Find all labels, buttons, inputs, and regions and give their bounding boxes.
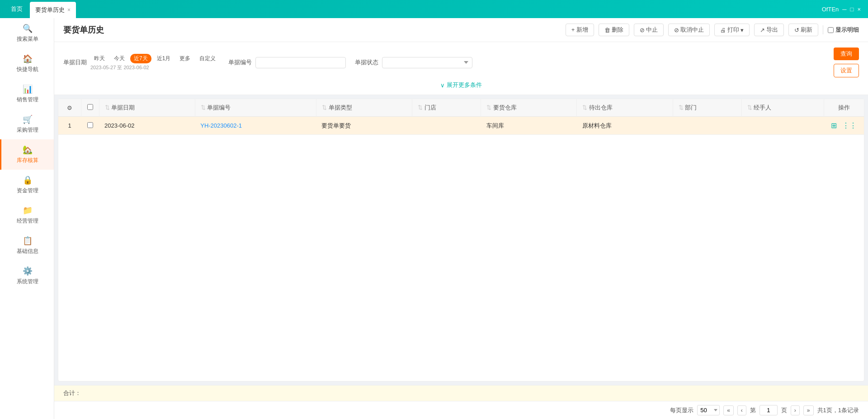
window-max-btn[interactable]: □ (850, 6, 854, 13)
pill-custom[interactable]: 自定义 (196, 54, 219, 63)
display-detail-label: 显示明细 (835, 26, 859, 34)
search-icon: 🔍 (23, 24, 33, 33)
expand-more-label: 展开更多条件 (447, 81, 482, 89)
sidebar-item-operation[interactable]: 📁 经营管理 (0, 200, 54, 230)
col-checkbox[interactable] (81, 99, 99, 117)
doc-number-label: 单据编号 (228, 58, 252, 67)
sidebar-label-basic-info: 基础信息 (17, 248, 38, 255)
pagination: 每页显示 50 10 20 100 « ‹ 第 页 › » 共1页，1条记录 (54, 401, 868, 419)
date-pills-container: 昨天 今天 近7天 近1月 更多 自定义 2023-05-27 至 2023-0… (90, 54, 219, 71)
row-select-checkbox[interactable] (87, 122, 93, 128)
delete-icon: 🗑 (604, 27, 610, 33)
prev-page-btn[interactable]: ‹ (737, 405, 746, 415)
cancel-stop-button[interactable]: ⊘ 取消中止 (668, 24, 710, 36)
top-bar: 首页 要货单历史 × OfTEn ─ □ × (0, 0, 868, 18)
query-button[interactable]: 查询 (834, 48, 859, 60)
display-detail-checkbox[interactable] (828, 27, 834, 33)
col-ops: 操作 (824, 99, 864, 117)
pill-today[interactable]: 今天 (110, 54, 128, 63)
data-table: ⚙ ⇅ 单据日期 ⇅ 单据编号 ⇅ 单据类型 (58, 99, 864, 135)
expand-more-btn[interactable]: ∨ 展开更多条件 (63, 81, 859, 89)
sidebar-item-inventory[interactable]: 🏡 库存核算 (0, 139, 54, 170)
tab-close-icon[interactable]: × (67, 7, 71, 13)
row-doc-no[interactable]: YH-20230602-1 (195, 117, 316, 135)
row-req-warehouse: 车间库 (481, 117, 577, 135)
row-store (412, 117, 481, 135)
summary-bar: 合计： (54, 385, 868, 401)
refresh-button[interactable]: ↺ 刷新 (788, 24, 818, 36)
sidebar-label-search: 搜索菜单 (17, 35, 38, 43)
sort-icon-4: ⇅ (418, 104, 423, 111)
doc-no-link[interactable]: YH-20230602-1 (200, 122, 242, 129)
window-min-btn[interactable]: ─ (842, 6, 846, 13)
sort-icon-7: ⇅ (679, 104, 684, 111)
sidebar-label-system: 系统管理 (17, 278, 38, 286)
summary-label: 合计： (63, 390, 81, 396)
first-page-btn[interactable]: « (723, 405, 734, 415)
row-handler (741, 117, 824, 135)
sidebar-item-system[interactable]: ⚙️ 系统管理 (0, 261, 54, 291)
page-header: 要货单历史 + 新增 🗑 删除 ⊘ 中止 ⊘ 取消中止 🖨 打印 (54, 18, 868, 42)
row-more-btn[interactable]: ⋮⋮ (840, 120, 859, 131)
per-page-label: 每页显示 (670, 406, 693, 414)
page-input[interactable] (760, 405, 778, 415)
purchase-icon: 🛒 (23, 114, 33, 124)
sidebar-item-basic-info[interactable]: 📋 基础信息 (0, 230, 54, 261)
sidebar-item-purchase[interactable]: 🛒 采购管理 (0, 109, 54, 139)
row-doc-type: 要货单要货 (316, 117, 412, 135)
content-area: 要货单历史 + 新增 🗑 删除 ⊘ 中止 ⊘ 取消中止 🖨 打印 (54, 18, 868, 419)
col-handler: ⇅ 经手人 (741, 99, 824, 117)
pill-1month[interactable]: 近1月 (153, 54, 175, 63)
new-button[interactable]: + 新增 (566, 24, 594, 36)
stop-button[interactable]: ⊘ 中止 (634, 24, 664, 36)
col-settings[interactable]: ⚙ (58, 99, 81, 117)
select-all-checkbox[interactable] (87, 104, 93, 110)
pill-more[interactable]: 更多 (176, 54, 194, 63)
tab-home[interactable]: 首页 (4, 0, 30, 18)
sort-icon-2: ⇅ (201, 104, 206, 111)
action-buttons: 查询 设置 (834, 48, 859, 77)
window-close-btn[interactable]: × (857, 6, 861, 13)
sort-icon-8: ⇅ (747, 104, 752, 111)
print-icon: 🖨 (720, 27, 726, 33)
sidebar-label-finance: 资金管理 (17, 187, 38, 195)
status-label: 单据状态 (355, 58, 378, 67)
table-wrapper: ⚙ ⇅ 单据日期 ⇅ 单据编号 ⇅ 单据类型 (58, 99, 864, 381)
sort-icon: ⇅ (105, 104, 110, 111)
delete-button[interactable]: 🗑 删除 (599, 24, 629, 36)
sidebar-item-finance[interactable]: 🔒 资金管理 (0, 170, 54, 200)
row-view-btn[interactable]: ⊞ (829, 120, 839, 131)
basic-info-icon: 📋 (23, 236, 33, 246)
next-page-btn[interactable]: › (791, 405, 800, 415)
row-num: 1 (58, 117, 81, 135)
last-page-btn[interactable]: » (803, 405, 814, 415)
col-date: ⇅ 单据日期 (99, 99, 195, 117)
pill-7days[interactable]: 近7天 (130, 54, 151, 63)
page-title: 要货单历史 (63, 24, 104, 35)
pill-yesterday[interactable]: 昨天 (90, 54, 108, 63)
col-pending-warehouse: ⇅ 待出仓库 (577, 99, 673, 117)
settings-button[interactable]: 设置 (834, 64, 859, 77)
row-checkbox[interactable] (81, 117, 99, 135)
col-department: ⇅ 部门 (673, 99, 741, 117)
doc-number-filter-group: 单据编号 (228, 57, 346, 68)
sidebar-item-search[interactable]: 🔍 搜索菜单 (0, 18, 54, 48)
status-select[interactable] (382, 57, 472, 68)
per-page-select[interactable]: 50 10 20 100 (697, 405, 720, 415)
col-doc-no: ⇅ 单据编号 (195, 99, 316, 117)
row-pending-warehouse: 原材料仓库 (577, 117, 673, 135)
tab-active-label: 要货单历史 (35, 6, 65, 14)
doc-number-input[interactable] (255, 57, 346, 68)
sidebar-label-quick-nav: 快捷导航 (17, 66, 38, 73)
table-header-row: ⚙ ⇅ 单据日期 ⇅ 单据编号 ⇅ 单据类型 (58, 99, 864, 117)
sidebar-item-sales[interactable]: 📊 销售管理 (0, 79, 54, 109)
tab-active[interactable]: 要货单历史 × (30, 2, 76, 18)
stop-icon: ⊘ (640, 27, 645, 33)
display-detail-checkbox-group[interactable]: 显示明细 (828, 26, 859, 34)
refresh-icon: ↺ (794, 27, 799, 33)
system-icon: ⚙️ (23, 266, 33, 276)
sort-icon-5: ⇅ (486, 104, 491, 111)
print-button[interactable]: 🖨 打印 ▾ (714, 24, 750, 36)
sidebar-item-quick-nav[interactable]: 🏠 快捷导航 (0, 48, 54, 79)
export-button[interactable]: ↗ 导出 (754, 24, 784, 36)
